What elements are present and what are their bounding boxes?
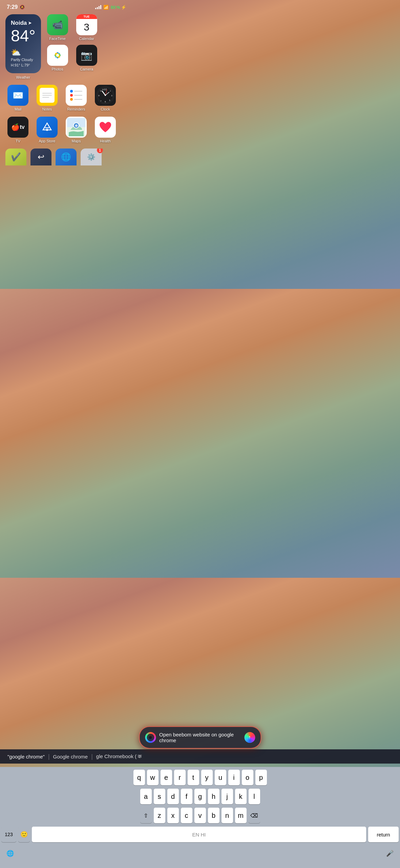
mail-icon[interactable]: ✉️ Mail	[5, 85, 30, 111]
svg-text:12: 12	[104, 88, 107, 91]
weather-desc: Partly Cloudy H:91° L:79°	[11, 57, 36, 68]
svg-point-24	[105, 95, 106, 96]
clock-icon[interactable]: 12 3 6 9 1 7 5 11 10	[93, 85, 118, 111]
svg-text:10: 10	[102, 88, 104, 91]
partial-icon-3[interactable]: 🌐	[56, 149, 77, 165]
maps-icon[interactable]: ⊕ Maps	[64, 117, 89, 143]
row-1: Noida ➤ 84° ⛅ Partly Cloudy H:91° L	[5, 14, 128, 79]
weather-location: Noida ➤	[11, 20, 36, 26]
row-3: 🍎 tv TV App Store	[5, 117, 128, 143]
wifi-icon: 📶	[103, 5, 109, 10]
battery-percent: 80	[111, 5, 115, 10]
svg-text:5: 5	[109, 99, 110, 101]
time-display: 7:29	[7, 4, 18, 10]
weather-widget[interactable]: Noida ➤ 84° ⛅ Partly Cloudy H:91° L	[5, 14, 41, 79]
calendar-icon[interactable]: TUE 3 Calendar	[74, 14, 99, 41]
svg-text:1: 1	[110, 90, 111, 92]
weather-app-label: Weather	[5, 75, 41, 79]
cloud-icon: ⛅	[11, 48, 21, 57]
status-bar: 7:29 🔕 📶 80% ⚡	[0, 0, 133, 12]
reminders-icon[interactable]: Reminders	[64, 85, 89, 111]
silent-icon: 🔕	[20, 5, 25, 9]
partial-icon-2[interactable]: ↩	[30, 149, 51, 165]
partial-icon-4[interactable]: ⚙️ 1	[81, 149, 102, 165]
battery-indicator: 80% ⚡	[111, 5, 126, 10]
tv-icon[interactable]: 🍎 tv TV	[5, 117, 30, 143]
svg-text:⊕: ⊕	[75, 124, 78, 127]
home-screen: Noida ➤ 84° ⛅ Partly Cloudy H:91° L	[0, 12, 133, 165]
app-store-icon[interactable]: App Store	[35, 117, 60, 143]
row-2: ✉️ Mail Notes	[5, 85, 128, 111]
row-4-partial: ✔️ ↩ 🌐 ⚙️ 1	[5, 149, 128, 165]
weather-temp: 84°	[11, 28, 36, 44]
location-arrow: ➤	[28, 21, 31, 25]
settings-badge: 1	[97, 149, 103, 153]
photos-icon[interactable]: Photos	[45, 45, 70, 71]
notes-icon[interactable]: Notes	[35, 85, 60, 111]
partial-icon-1[interactable]: ✔️	[5, 149, 26, 165]
svg-point-9	[56, 54, 59, 57]
signal-strength	[95, 5, 101, 9]
health-icon[interactable]: Health	[93, 117, 118, 143]
facetime-icon[interactable]: 📹 FaceTime	[45, 14, 70, 41]
svg-text:7: 7	[101, 100, 102, 102]
svg-text:11: 11	[100, 90, 102, 92]
svg-point-25	[46, 129, 48, 131]
camera-icon[interactable]: 📷 Camera	[74, 45, 99, 71]
